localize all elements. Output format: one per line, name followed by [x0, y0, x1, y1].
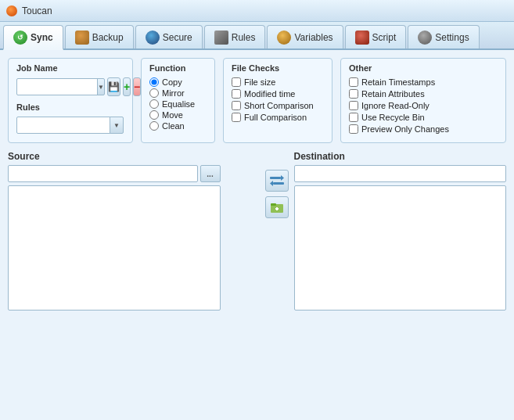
tab-settings[interactable]: Settings [408, 25, 479, 48]
app-icon [6, 5, 17, 16]
radio-mirror: Mirror [149, 88, 207, 98]
sync-tab-icon: ↺ [13, 31, 27, 45]
check-shortcomp-label[interactable]: Short Comparison [244, 101, 314, 110]
sync-direction-button[interactable] [265, 170, 289, 192]
backup-tab-icon [75, 31, 89, 45]
check-retain-attr-label[interactable]: Retain Attributes [361, 89, 425, 99]
check-retain-attr-input[interactable] [349, 89, 358, 99]
tab-backup-label: Backup [92, 32, 124, 43]
tab-secure[interactable]: Secure [135, 25, 203, 48]
job-name-row: ▼ 💾 + − [16, 77, 124, 96]
radio-copy-label[interactable]: Copy [162, 77, 182, 87]
title-bar: Toucan [0, 0, 514, 22]
rules-row: ▼ [16, 117, 124, 134]
tab-secure-label: Secure [163, 32, 192, 43]
radio-move-label[interactable]: Move [162, 110, 183, 120]
radio-equalise: Equalise [149, 99, 207, 109]
check-modtime-input[interactable] [232, 89, 241, 99]
check-retain-ts-label[interactable]: Retain Timestamps [361, 77, 435, 87]
svg-rect-0 [270, 177, 281, 179]
check-fullcomp-input[interactable] [232, 113, 241, 122]
check-ignore-ro: Ignore Read-Only [349, 101, 498, 110]
check-ignore-ro-label[interactable]: Ignore Read-Only [361, 101, 430, 110]
radio-move-input[interactable] [149, 110, 159, 120]
check-recycle-input[interactable] [349, 113, 358, 122]
add-to-list-button[interactable] [265, 196, 289, 218]
radio-clean: Clean [149, 121, 207, 131]
tab-settings-label: Settings [435, 32, 469, 43]
radio-copy: Copy [149, 77, 207, 87]
function-group: Function Copy Mirror Equalise Move Clean [141, 58, 215, 143]
radio-equalise-label[interactable]: Equalise [162, 99, 195, 109]
dest-file-list[interactable] [294, 185, 507, 311]
source-path-row: ... [8, 165, 221, 182]
check-preview-label[interactable]: Preview Only Changes [361, 124, 449, 134]
radio-mirror-label[interactable]: Mirror [162, 88, 185, 98]
tab-rules-label: Rules [232, 32, 256, 43]
dest-area: Destination [294, 151, 507, 311]
job-name-input[interactable] [16, 78, 99, 95]
secure-tab-icon [146, 31, 160, 45]
check-modtime-label[interactable]: Modified time [244, 89, 295, 99]
file-checks-label: File Checks [232, 63, 324, 73]
rules-dropdown-arrow[interactable]: ▼ [110, 117, 124, 134]
other-label: Other [349, 63, 498, 73]
tab-bar: ↺ Sync Backup Secure Rules Variables Scr… [0, 22, 514, 50]
radio-move: Move [149, 110, 207, 120]
check-retain-ts-input[interactable] [349, 77, 358, 87]
tab-variables[interactable]: Variables [267, 25, 343, 48]
tab-rules[interactable]: Rules [204, 25, 266, 48]
tab-script-label: Script [372, 32, 397, 43]
tab-variables-label: Variables [294, 32, 332, 43]
check-retain-attr: Retain Attributes [349, 89, 498, 99]
check-retain-ts: Retain Timestamps [349, 77, 498, 87]
check-filesize-label[interactable]: File size [244, 77, 275, 87]
file-checks-group: File Checks File size Modified time Shor… [223, 58, 332, 143]
remove-job-button[interactable]: − [133, 77, 141, 96]
svg-marker-3 [270, 181, 273, 186]
source-path-input[interactable] [8, 165, 198, 182]
save-job-button[interactable]: 💾 [107, 77, 120, 96]
variables-tab-icon [277, 31, 291, 45]
check-recycle-label[interactable]: Use Recycle Bin [361, 113, 425, 122]
radio-mirror-input[interactable] [149, 88, 159, 98]
add-job-button[interactable]: + [123, 77, 131, 96]
check-filesize-input[interactable] [232, 77, 241, 87]
check-filesize: File size [232, 77, 324, 87]
tab-sync[interactable]: ↺ Sync [3, 25, 63, 50]
main-content: Job Name ▼ 💾 + − Rules [0, 50, 514, 420]
add-folder-icon [269, 200, 285, 214]
check-preview-input[interactable] [349, 124, 358, 134]
rules-label: Rules [16, 102, 124, 112]
radio-copy-input[interactable] [149, 77, 159, 87]
source-file-list[interactable] [8, 185, 221, 311]
radio-equalise-input[interactable] [149, 99, 159, 109]
settings-tab-icon [418, 31, 432, 45]
middle-buttons [260, 151, 294, 218]
app-title: Toucan [22, 5, 52, 16]
job-name-label: Job Name [16, 63, 124, 73]
rules-tab-icon [214, 31, 228, 45]
top-section: Job Name ▼ 💾 + − Rules [8, 58, 506, 143]
check-modtime: Modified time [232, 89, 324, 99]
rules-input[interactable] [16, 117, 110, 134]
sync-arrows-icon [269, 174, 285, 188]
check-preview: Preview Only Changes [349, 124, 498, 134]
source-area: Source ... [8, 151, 221, 311]
dest-path-input[interactable] [294, 165, 507, 182]
check-shortcomp: Short Comparison [232, 101, 324, 110]
job-name-group: Job Name ▼ 💾 + − Rules [8, 58, 133, 143]
destination-label: Destination [294, 151, 507, 162]
check-ignore-ro-input[interactable] [349, 101, 358, 110]
other-group: Other Retain Timestamps Retain Attribute… [340, 58, 506, 143]
tab-backup[interactable]: Backup [65, 25, 134, 48]
check-recycle: Use Recycle Bin [349, 113, 498, 122]
radio-clean-input[interactable] [149, 121, 159, 131]
tab-script[interactable]: Script [345, 25, 407, 48]
check-fullcomp-label[interactable]: Full Comparison [244, 113, 307, 122]
check-shortcomp-input[interactable] [232, 101, 241, 110]
check-fullcomp: Full Comparison [232, 113, 324, 122]
source-browse-button[interactable]: ... [200, 165, 221, 182]
job-name-dropdown-arrow[interactable]: ▼ [97, 78, 105, 95]
radio-clean-label[interactable]: Clean [162, 121, 185, 131]
